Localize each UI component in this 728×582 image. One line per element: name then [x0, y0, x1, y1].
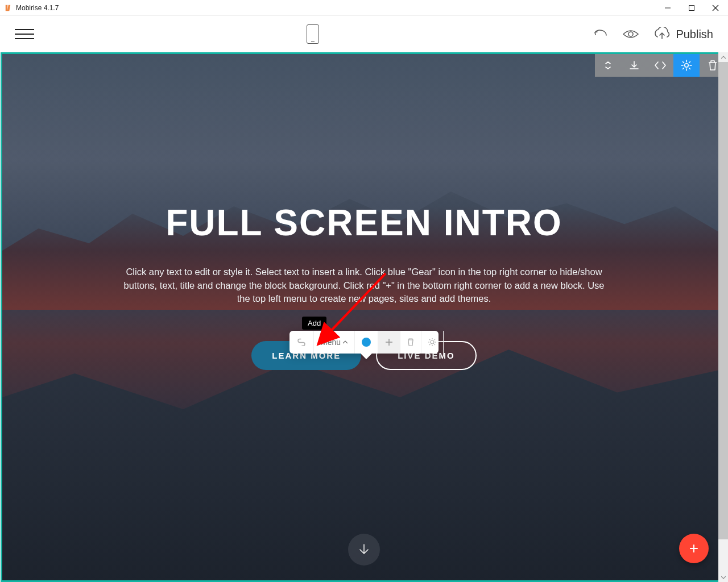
scroll-down-button[interactable] [718, 572, 728, 582]
add-button[interactable] [378, 331, 400, 354]
app-title: Mobirise 4.1.7 [16, 4, 59, 12]
block-move-button[interactable] [595, 54, 621, 77]
trash-icon [708, 60, 717, 70]
add-tooltip: Add [302, 317, 326, 330]
color-swatch [362, 338, 371, 347]
download-icon [629, 60, 639, 70]
window-minimize-button[interactable] [660, 2, 676, 14]
svg-point-9 [431, 340, 434, 344]
window-close-button[interactable] [708, 2, 723, 14]
button-edit-toolbar: Menu [289, 331, 439, 354]
preview-button[interactable] [622, 28, 639, 40]
scroll-thumb[interactable] [718, 62, 728, 539]
hero-content: FULL SCREEN INTRO Click any text to edit… [2, 54, 726, 580]
mobile-preview-button[interactable] [307, 24, 319, 44]
svg-point-6 [628, 32, 633, 36]
svg-point-19 [685, 64, 688, 67]
block-tools [595, 54, 726, 77]
plus-icon [385, 338, 393, 346]
titlebar-left: Mobirise 4.1.7 [5, 4, 59, 12]
add-block-fab[interactable]: + [679, 534, 709, 563]
code-icon [655, 61, 666, 69]
style-menu-dropdown[interactable]: Menu [314, 331, 355, 354]
chevron-up-icon [343, 340, 348, 344]
delete-button[interactable] [400, 331, 421, 354]
undo-button[interactable] [592, 28, 609, 40]
hero-subtitle[interactable]: Click any text to edit or style it. Sele… [117, 265, 611, 306]
scroll-up-button[interactable] [718, 52, 728, 62]
app-toolbar: Publish [0, 16, 728, 52]
settings-button[interactable] [421, 331, 444, 354]
svg-line-16 [435, 339, 435, 340]
svg-rect-0 [6, 5, 8, 11]
hero-title[interactable]: FULL SCREEN INTRO [166, 202, 562, 244]
link-button[interactable] [289, 331, 314, 354]
svg-rect-1 [7, 5, 10, 11]
svg-rect-3 [689, 5, 694, 10]
trash-icon [407, 338, 414, 346]
block-save-button[interactable] [621, 54, 647, 77]
window-maximize-button[interactable] [684, 2, 700, 14]
svg-line-15 [435, 344, 435, 345]
plus-icon: + [689, 539, 698, 558]
publish-button[interactable]: Publish [653, 27, 713, 41]
svg-line-17 [429, 344, 430, 345]
editor-canvas: FULL SCREEN INTRO Click any text to edit… [1, 52, 727, 582]
block-code-button[interactable] [647, 54, 673, 77]
move-icon [603, 60, 613, 71]
sun-icon [428, 338, 436, 346]
vertical-scrollbar[interactable] [718, 52, 728, 582]
svg-line-14 [429, 339, 430, 340]
scroll-down-button[interactable] [348, 534, 380, 566]
main-menu-button[interactable] [15, 29, 34, 39]
menu-label: Menu [321, 338, 341, 347]
block-settings-button[interactable] [673, 54, 700, 77]
arrow-down-icon [357, 543, 371, 556]
publish-label: Publish [676, 28, 713, 41]
window-titlebar: Mobirise 4.1.7 [0, 0, 728, 16]
app-logo-icon [5, 4, 13, 12]
gear-icon [681, 60, 692, 71]
